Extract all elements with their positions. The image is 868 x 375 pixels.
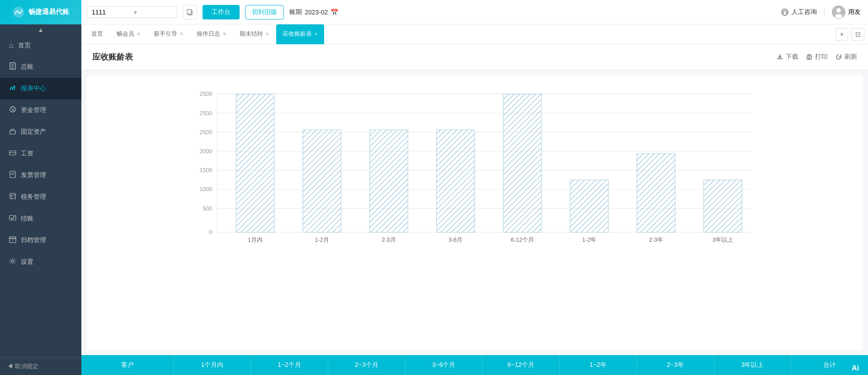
svg-text:2500: 2500 bbox=[199, 91, 212, 97]
sidebar-item-reports[interactable]: 报表中心 bbox=[0, 78, 81, 99]
consult-button[interactable]: 人工咨询 bbox=[781, 8, 817, 16]
svg-rect-34 bbox=[808, 58, 810, 59]
company-selector[interactable]: 1111 ▾ bbox=[87, 6, 177, 18]
tab-oplog[interactable]: 操作日志 × bbox=[190, 24, 232, 44]
tab-close-icon[interactable]: × bbox=[137, 31, 140, 37]
svg-text:1月内: 1月内 bbox=[248, 237, 263, 243]
sidebar-item-funds[interactable]: ¥ 资金管理 bbox=[0, 99, 81, 121]
bar-chart: 2500 2500 2500 2000 1500 1000 500 0 bbox=[96, 84, 854, 256]
close-tab-button[interactable]: × bbox=[835, 28, 848, 41]
copy-icon-btn[interactable] bbox=[183, 5, 197, 19]
download-button[interactable]: 下载 bbox=[776, 53, 798, 61]
svg-rect-59 bbox=[437, 130, 475, 232]
ai-badge[interactable]: Ai bbox=[843, 361, 868, 375]
svg-point-7 bbox=[836, 8, 841, 13]
sidebar-item-invoice[interactable]: 发票管理 bbox=[0, 164, 81, 186]
th-3plus-years: 3年以上 bbox=[714, 355, 792, 375]
svg-text:2500: 2500 bbox=[199, 129, 212, 136]
sidebar-item-settings[interactable]: 设置 bbox=[0, 251, 81, 273]
period-area: 账期 2023-02 📅 bbox=[289, 8, 338, 16]
th-1-2months: 1~2个月 bbox=[251, 355, 328, 375]
page-actions: 下载 打印 bbox=[776, 53, 857, 61]
sidebar-item-label: 固定资产 bbox=[21, 128, 46, 136]
sidebar-item-home[interactable]: ⌂ 首页 bbox=[0, 35, 81, 56]
svg-text:2-3月: 2-3月 bbox=[382, 237, 396, 243]
svg-rect-2 bbox=[187, 9, 191, 14]
cancel-fixed-btn[interactable]: ◀ 取消固定 bbox=[0, 357, 81, 375]
svg-text:500: 500 bbox=[203, 206, 212, 212]
svg-text:3-6月: 3-6月 bbox=[448, 237, 462, 243]
tab-label: 新手引导 bbox=[154, 30, 177, 38]
svg-rect-63 bbox=[570, 180, 608, 232]
tab-member[interactable]: 畅会员 × bbox=[110, 24, 146, 44]
svg-rect-65 bbox=[637, 154, 675, 232]
sidebar: ▲ ⌂ 首页 总账 报表中心 ¥ 资金管理 固定资产 bbox=[0, 24, 81, 375]
tabs-bar: 首页 畅会员 × 新手引导 × 操作日志 × 期末结转 × 应收账龄表 × bbox=[81, 24, 868, 44]
svg-rect-27 bbox=[9, 216, 16, 220]
download-icon bbox=[776, 53, 783, 61]
funds-icon: ¥ bbox=[9, 106, 16, 115]
svg-text:2500: 2500 bbox=[199, 110, 212, 117]
invoice-icon bbox=[9, 171, 16, 180]
tab-close-icon[interactable]: × bbox=[180, 31, 183, 37]
tabs-actions: × ⊡ bbox=[835, 28, 864, 41]
refresh-label: 刷新 bbox=[844, 53, 857, 61]
svg-rect-13 bbox=[10, 89, 11, 90]
tab-label: 操作日志 bbox=[197, 30, 220, 38]
sidebar-item-tax[interactable]: 税务管理 bbox=[0, 186, 81, 208]
svg-rect-61 bbox=[503, 94, 541, 232]
tab-guide[interactable]: 新手引导 × bbox=[147, 24, 189, 44]
tab-label: 应收账龄表 bbox=[283, 30, 312, 38]
th-3-6months: 3~6个月 bbox=[406, 355, 483, 375]
tab-close-icon[interactable]: × bbox=[266, 31, 269, 37]
sidebar-item-label: 工资 bbox=[21, 150, 33, 158]
tab-aging[interactable]: 应收账龄表 × bbox=[276, 24, 324, 44]
header-right: 人工咨询 用友 bbox=[781, 5, 861, 19]
tab-home[interactable]: 首页 bbox=[85, 24, 109, 44]
print-icon bbox=[806, 53, 813, 61]
sidebar-item-archive[interactable]: 归档管理 bbox=[0, 230, 81, 251]
user-area[interactable]: 用友 bbox=[832, 5, 861, 19]
download-label: 下载 bbox=[786, 53, 798, 61]
sidebar-item-label: 报表中心 bbox=[21, 84, 46, 93]
refresh-button[interactable]: 刷新 bbox=[835, 53, 857, 61]
svg-text:3年以上: 3年以上 bbox=[712, 237, 733, 243]
print-button[interactable]: 打印 bbox=[806, 53, 828, 61]
page-title: 应收账龄表 bbox=[92, 52, 133, 62]
headset-icon bbox=[781, 8, 789, 16]
sidebar-item-checkout[interactable]: 结账 bbox=[0, 208, 81, 230]
expand-tab-button[interactable]: ⊡ bbox=[852, 28, 864, 41]
tab-close-icon[interactable]: × bbox=[315, 31, 318, 37]
svg-point-3 bbox=[782, 9, 788, 15]
workbench-button[interactable]: 工作台 bbox=[203, 5, 240, 19]
svg-text:0: 0 bbox=[209, 229, 212, 235]
svg-text:2-3年: 2-3年 bbox=[649, 237, 663, 243]
svg-rect-33 bbox=[808, 57, 811, 58]
svg-text:1500: 1500 bbox=[199, 167, 212, 173]
content-area: 首页 畅会员 × 新手引导 × 操作日志 × 期末结转 × 应收账龄表 × bbox=[81, 24, 868, 375]
sidebar-item-assets[interactable]: 固定资产 bbox=[0, 121, 81, 143]
svg-rect-55 bbox=[303, 130, 341, 232]
reports-icon bbox=[9, 84, 16, 93]
sidebar-item-salary[interactable]: 工资 bbox=[0, 143, 81, 164]
tab-period-end[interactable]: 期末结转 × bbox=[233, 24, 275, 44]
avatar bbox=[832, 5, 845, 19]
sidebar-item-label: 资金管理 bbox=[21, 106, 46, 114]
page-header: 应收账龄表 下载 bbox=[81, 44, 868, 70]
table-header-bar: 客户 1个月内 1~2个月 2~3个月 3~6个月 6~12个月 bbox=[81, 355, 868, 375]
tax-icon bbox=[9, 192, 16, 202]
svg-rect-67 bbox=[704, 180, 742, 232]
svg-rect-24 bbox=[10, 193, 15, 199]
period-value: 2023-02 bbox=[305, 9, 328, 16]
sidebar-item-ledger[interactable]: 总账 bbox=[0, 56, 81, 78]
switch-old-button[interactable]: 切到旧版 bbox=[245, 5, 284, 19]
chevron-down-icon: ▾ bbox=[134, 9, 172, 16]
sidebar-scroll-up[interactable]: ▲ bbox=[0, 24, 81, 35]
refresh-icon bbox=[835, 53, 842, 61]
tab-close-icon[interactable]: × bbox=[223, 31, 226, 37]
salary-icon bbox=[9, 149, 16, 158]
calendar-icon[interactable]: 📅 bbox=[330, 9, 338, 16]
svg-text:1-2月: 1-2月 bbox=[315, 237, 329, 243]
ledger-icon bbox=[9, 62, 16, 71]
svg-rect-4 bbox=[783, 12, 784, 14]
